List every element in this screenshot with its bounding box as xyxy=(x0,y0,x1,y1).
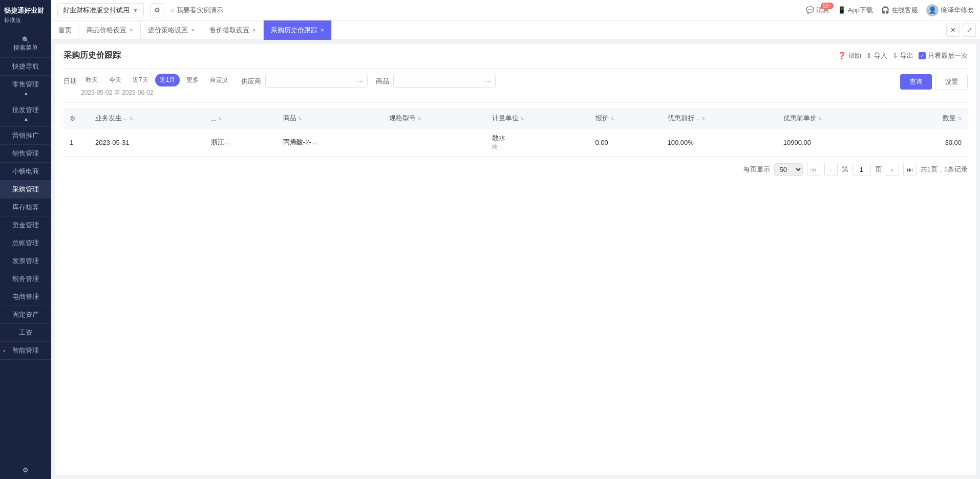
help-btn[interactable]: ❓ 帮助 xyxy=(838,51,861,60)
only-last-label: 只看最后一次 xyxy=(928,51,968,60)
product-dots[interactable]: ··· xyxy=(486,77,492,85)
sidebar-item-purchase-mgmt[interactable]: 采购管理 xyxy=(0,181,51,199)
sidebar-item-tax[interactable]: 税务管理 xyxy=(0,270,51,288)
date-btn-custom[interactable]: 自定义 xyxy=(205,74,233,86)
tab-close-btn[interactable]: ✕ xyxy=(946,24,960,37)
unit-sort[interactable]: 计量单位 ⇅ xyxy=(492,114,524,123)
sidebar-item-sales-mgmt[interactable]: 销售管理 xyxy=(0,145,51,163)
date-btn-more[interactable]: 更多 xyxy=(182,74,203,86)
pre-discount-sort[interactable]: 优惠前单价 ⇅ xyxy=(783,114,822,123)
sidebar-item-wholesale-mgmt[interactable]: 批发管理 ▲ xyxy=(0,101,51,127)
sales-mgmt-label: 销售管理 xyxy=(2,149,49,158)
table-gear-icon[interactable]: ⚙ xyxy=(70,115,76,122)
tab-purchase-history-close[interactable]: × xyxy=(321,27,324,34)
settings-filter-btn[interactable]: 设置 xyxy=(935,74,968,90)
settings-btn[interactable]: ⚙ xyxy=(150,3,164,17)
sidebar-item-finance[interactable]: 资金管理 xyxy=(0,216,51,234)
tab-purchase-history[interactable]: 采购历史价跟踪 × xyxy=(264,20,332,40)
tab-home[interactable]: 首页 xyxy=(51,20,79,40)
supplier-input[interactable] xyxy=(265,74,368,88)
only-last-checkbox[interactable]: ✓ 只看最后一次 xyxy=(919,51,968,60)
online-service-btn[interactable]: 🎧 在线客服 xyxy=(881,6,918,15)
tab-product-price-label: 商品价格设置 xyxy=(87,26,126,35)
version-selector[interactable]: 好业财标准版交付试用 ▼ xyxy=(57,3,144,17)
extra-label: ... xyxy=(211,115,217,122)
cell-spec xyxy=(383,128,486,157)
next-page-btn[interactable]: › xyxy=(886,163,899,176)
date-btn-today[interactable]: 今天 xyxy=(104,74,126,86)
tab-product-price[interactable]: 商品价格设置 × xyxy=(79,20,141,40)
version-chevron-icon: ▼ xyxy=(133,7,138,13)
wholesale-mgmt-arrow: ▲ xyxy=(24,116,29,122)
tab-product-price-close[interactable]: × xyxy=(130,27,133,34)
expand-icon: ⤢ xyxy=(967,26,972,34)
sidebar-item-quick-nav[interactable]: 快捷导航 xyxy=(0,58,51,76)
sidebar-item-smart-mgmt[interactable]: 智能管理 xyxy=(0,342,51,360)
price-sort[interactable]: 报价 ⇅ xyxy=(595,114,614,123)
discount-sort[interactable]: 优惠前折... ⇅ xyxy=(668,114,706,123)
sidebar-item-fixed-assets[interactable]: 固定资产 xyxy=(0,306,51,324)
date-filter-label: 日期 xyxy=(63,74,77,86)
spec-sort[interactable]: 规格型号 ⇅ xyxy=(389,114,421,123)
sidebar-item-retail-mgmt[interactable]: 零售管理 ▲ xyxy=(0,76,51,101)
product-input[interactable] xyxy=(393,74,496,88)
tab-purchase-strategy[interactable]: 进价策略设置 × xyxy=(141,20,202,40)
sidebar-item-marketing[interactable]: 营销推广 xyxy=(0,127,51,145)
filter-actions: 查询 设置 xyxy=(900,74,968,90)
supplier-filter-group: 供应商 ··· xyxy=(241,74,368,88)
th-spec: 规格型号 ⇅ xyxy=(383,108,486,128)
query-btn[interactable]: 查询 xyxy=(900,74,932,90)
last-page-btn[interactable]: ⏭ xyxy=(903,163,917,176)
app-download-btn[interactable]: 📱 App下载 xyxy=(838,6,873,15)
per-page-select[interactable]: 50 10 20 100 xyxy=(774,163,803,176)
sidebar-item-salary[interactable]: 工资 xyxy=(0,324,51,342)
table-header-row: ⚙ 业务发生... ⇅ ... ⇅ xyxy=(63,108,968,128)
product-sort[interactable]: 商品 ⇅ xyxy=(283,114,302,123)
message-btn[interactable]: 💬 消息 99+ xyxy=(806,6,829,15)
prev-page-btn[interactable]: ‹ xyxy=(824,163,838,176)
th-extra: ... ⇅ xyxy=(205,108,277,128)
product-filter-group: 商品 ··· xyxy=(376,74,496,88)
sidebar-settings-btn[interactable]: ⚙ xyxy=(0,461,51,479)
tab-purchase-strategy-close[interactable]: × xyxy=(191,27,195,34)
checkbox-checked-icon: ✓ xyxy=(919,52,926,59)
tab-sale-price-close[interactable]: × xyxy=(252,27,256,34)
sidebar-item-invoice[interactable]: 发票管理 xyxy=(0,252,51,270)
data-table: ⚙ 业务发生... ⇅ ... ⇅ xyxy=(63,108,968,157)
sidebar-item-general-ledger[interactable]: 总账管理 xyxy=(0,234,51,252)
sidebar-search-label: 搜索菜单 xyxy=(4,43,47,52)
unit-label: 计量单位 xyxy=(492,114,519,123)
supplier-input-wrap: ··· xyxy=(265,74,368,88)
user-menu[interactable]: 👤 徐泽华修改 xyxy=(926,4,974,16)
biz-date-sort-icon: ⇅ xyxy=(129,116,133,121)
sidebar-item-ecom-mgmt[interactable]: 电商管理 xyxy=(0,288,51,306)
first-page-btn[interactable]: ⏮ xyxy=(807,163,820,176)
date-btn-last1month[interactable]: 近1月 xyxy=(155,74,180,86)
supplier-dots[interactable]: ··· xyxy=(358,77,364,85)
extra-sort[interactable]: ... ⇅ xyxy=(211,115,222,122)
per-page-label: 每页显示 xyxy=(743,165,770,174)
date-btn-yesterday[interactable]: 昨天 xyxy=(81,74,102,86)
price-sort-icon: ⇅ xyxy=(610,116,614,121)
cell-extra: 浙江... xyxy=(205,128,277,157)
product-input-wrap: ··· xyxy=(393,74,496,88)
import-btn[interactable]: ⇧ 导入 xyxy=(866,51,887,60)
page-title: 采购历史价跟踪 xyxy=(63,50,121,61)
export-btn[interactable]: ⇩ 导出 xyxy=(892,51,913,60)
sidebar-item-ecom-small[interactable]: 小畅电商 xyxy=(0,163,51,181)
settings-gear-icon: ⚙ xyxy=(23,466,29,474)
tab-expand-btn[interactable]: ⤢ xyxy=(963,24,976,37)
tax-label: 税务管理 xyxy=(2,274,49,284)
search-icon: 🔍 xyxy=(4,36,47,43)
tab-sale-price[interactable]: 售价提取设置 × xyxy=(202,20,264,40)
invoice-label: 发票管理 xyxy=(2,256,49,266)
discount-sort-icon: ⇅ xyxy=(701,116,705,121)
page-header: 采购历史价跟踪 ❓ 帮助 ⇧ 导入 ⇩ 导出 ✓ xyxy=(63,50,968,61)
biz-date-sort[interactable]: 业务发生... ⇅ xyxy=(95,114,133,123)
demo-link[interactable]: ○ 我要看实例演示 xyxy=(171,6,223,15)
page-input[interactable] xyxy=(853,163,871,176)
sidebar-item-inventory[interactable]: 库存核算 xyxy=(0,199,51,216)
quantity-sort[interactable]: 数量 ⇅ xyxy=(943,114,962,123)
date-btn-last7days[interactable]: 近7天 xyxy=(128,74,153,86)
sidebar-item-search[interactable]: 🔍 搜索菜单 xyxy=(0,31,51,58)
